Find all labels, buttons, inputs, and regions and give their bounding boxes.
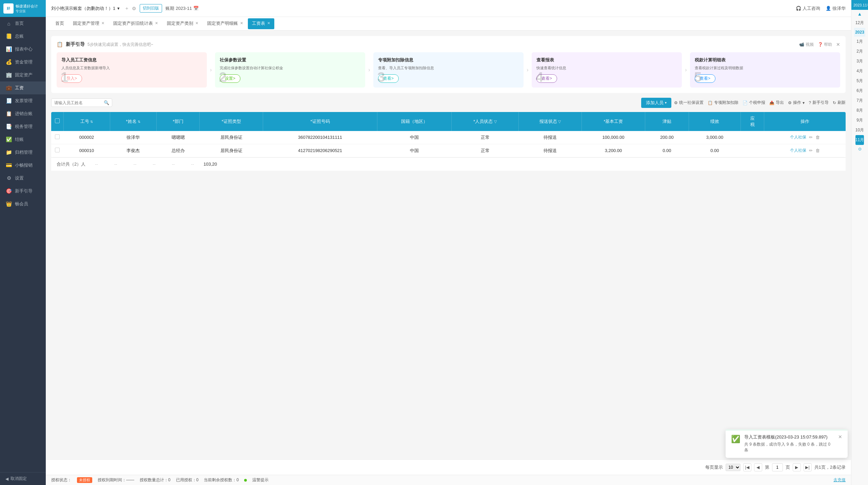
row2-social-insurance-link[interactable]: 个人社保 [790,148,806,153]
sidebar-item-首页[interactable]: ⌂首页 [0,17,46,30]
tab-首页[interactable]: 首页 [51,18,68,29]
calendar-month-8[interactable]: 8月 [854,106,865,115]
sidebar-item-总账[interactable]: 📒总账 [0,30,46,43]
tab-固定资产折旧统计表[interactable]: 固定资产折旧统计表✕ [109,18,162,29]
sidebar-item-报表中心[interactable]: 📊报表中心 [0,43,46,56]
wizard-close-button[interactable]: ✕ [836,42,840,47]
calendar-up-arrow[interactable]: ▲ [851,10,868,18]
company-selector[interactable]: 刘小艳演示账套（勿删勿动！）1 ▾ [51,5,120,12]
per-page-select[interactable]: 10 20 50 [726,464,741,471]
unified-social-insurance-button[interactable]: ⚙统一社保设置 [674,100,704,106]
search-icon[interactable]: 🔍 [104,100,109,105]
calendar-month-4[interactable]: 4月 [854,66,865,76]
page-number-input[interactable] [772,463,783,471]
sidebar-item-发票管理[interactable]: 🧾发票管理 [0,94,46,107]
col-header-nationality[interactable]: 国籍（地区） [377,112,452,131]
wizard-title: 📋 新手引导 5步快速完成设置，快去完善信息吧~ 📹 视频 ❓ 帮助 ✕ [57,41,840,48]
calendar-month-2[interactable]: 2月 [854,46,865,56]
calendar-month-6[interactable]: 6月 [854,86,865,96]
sidebar-item-资金管理[interactable]: 💰资金管理 [0,56,46,69]
col-header-id-num[interactable]: *证照号码 [263,112,377,131]
calendar-month-7[interactable]: 7月 [854,96,865,106]
sidebar-item-小畅报销[interactable]: 💳小畅报销 [0,159,46,172]
user-menu[interactable]: 👤 徐泽华 [826,5,846,12]
row2-name-link[interactable]: 李俊杰 [110,144,157,157]
tab-close-固定资产明细账[interactable]: ✕ [240,21,243,25]
row1-delete-icon[interactable]: 🗑 [815,135,820,140]
calendar-month-5[interactable]: 5月 [854,76,865,86]
sidebar-item-归档管理[interactable]: 📁归档管理 [0,146,46,159]
page-content: 📋 新手引导 5步快速完成设置，快去完善信息吧~ 📹 视频 ❓ 帮助 ✕ 导入员… [46,31,851,460]
col-header-person-status[interactable]: *人员状态 ▽ [452,112,519,131]
col-header-employee-id[interactable]: 工号 ⇅ [63,112,110,131]
calendar-month-1[interactable]: 1月 [854,37,865,46]
sidebar-item-税务管理[interactable]: 📑税务管理 [0,120,46,133]
operations-button[interactable]: ⚙操作▾ [788,100,805,106]
row1-name-link[interactable]: 徐泽华 [110,131,157,144]
special-deduction-button[interactable]: 📋专项附加扣除 [708,100,738,106]
sidebar-item-进销台账[interactable]: 📋进销台账 [0,107,46,120]
calendar-month-3[interactable]: 3月 [854,56,865,66]
header-icons: ＋ ⚙ [124,5,136,12]
refresh-button[interactable]: ↻刷新 [833,100,846,106]
sidebar-item-结账[interactable]: ✅结账 [0,133,46,146]
calendar-month-2023[interactable]: 2023 [854,28,865,37]
sidebar-item-设置[interactable]: ⚙设置 [0,172,46,185]
col-header-dept[interactable]: *部门 [157,112,200,131]
tab-close-工资表[interactable]: ✕ [267,21,270,25]
import-success-toast: ✅ 导入工资表模板(2023-03-23 15:07:59.897) 共 9 条… [726,429,848,458]
col-header-base-salary[interactable]: *基本工资 [581,112,645,131]
wizard-icon: 📋 [57,41,63,48]
sidebar-item-畅会员[interactable]: 👑畅会员 [0,198,46,210]
col-header-name[interactable]: *姓名 ⇅ [110,112,157,131]
video-link[interactable]: 📹 视频 [799,42,813,48]
row2-edit-icon[interactable]: ✏ [809,148,813,153]
tab-close-固定资产管理[interactable]: ✕ [101,21,104,25]
row2-delete-icon[interactable]: 🗑 [815,148,820,153]
select-all-checkbox-header[interactable] [51,112,63,131]
tab-固定资产管理[interactable]: 固定资产管理✕ [69,18,108,29]
col-header-performance[interactable]: 绩效 [689,112,741,131]
calendar-month-12[interactable]: 12月 [854,18,865,28]
settings-icon[interactable]: ⚙ [132,6,136,11]
toast-close-button[interactable]: ✕ [838,434,842,440]
pagination-first-button[interactable]: |◀ [743,463,751,471]
add-person-button[interactable]: 添加人员 ▾ [641,98,671,108]
help-link[interactable]: ❓ 帮助 [818,42,832,48]
sidebar-item-新手引导[interactable]: 🎯新手引导 [0,185,46,198]
tab-close-固定资产折旧统计表[interactable]: ✕ [155,21,158,25]
warn-dot-icon [244,479,247,482]
col-header-report-status[interactable]: 报送状态 ▽ [518,112,581,131]
recharge-link[interactable]: 去充值 [833,477,846,483]
calendar-month-9[interactable]: 9月 [854,115,865,125]
export-button[interactable]: 📤导出 [769,100,784,106]
table-row: 000002 徐泽华 嗯嗯嗯 居民身份证 360782200104131111 … [51,131,846,144]
table-row: 000010 李俊杰 总经办 居民身份证 412702198206290521 … [51,144,846,157]
row2-checkbox[interactable] [51,144,63,157]
beginner-guide-button[interactable]: ?新手引导 [809,100,829,106]
sidebar-item-工资[interactable]: 💼工资 [0,81,46,94]
sidebar-item-固定资产[interactable]: 🏢固定资产 [0,69,46,81]
switch-version-button[interactable]: 切到旧版 [140,4,162,13]
pagination-next-button[interactable]: ▶ [793,463,801,471]
row1-edit-icon[interactable]: ✏ [809,135,813,140]
row1-social-insurance-link[interactable]: 个人社保 [790,134,806,140]
tax-declaration-button[interactable]: 📄个税申报 [743,100,765,106]
pagination-last-button[interactable]: ▶| [804,463,812,471]
consult-btn[interactable]: 🎧 人工咨询 [796,5,820,12]
top-header: 刘小艳演示账套（勿删勿动！）1 ▾ ＋ ⚙ 切到旧版 账期 2023-11 📅 … [46,0,851,17]
calendar-month-11[interactable]: 11月 [855,135,864,145]
tab-close-固定资产类别[interactable]: ✕ [195,21,198,25]
pagination-prev-button[interactable]: ◀ [754,463,762,471]
col-header-allowance[interactable]: 津贴 [645,112,689,131]
tab-固定资产类别[interactable]: 固定资产类别✕ [163,18,202,29]
tab-固定资产明细账[interactable]: 固定资产明细账✕ [203,18,247,29]
add-account-icon[interactable]: ＋ [124,5,129,12]
calendar-month-10[interactable]: 10月 [854,125,865,135]
calendar-icon[interactable]: 📅 [193,6,199,11]
row1-checkbox[interactable] [51,131,63,144]
sidebar-pin-toggle[interactable]: ◀ 取消固定 [0,472,46,485]
col-header-id-type[interactable]: *证照类型 [200,112,263,131]
tab-工资表[interactable]: 工资表✕ [248,18,274,29]
search-input[interactable] [54,100,104,105]
